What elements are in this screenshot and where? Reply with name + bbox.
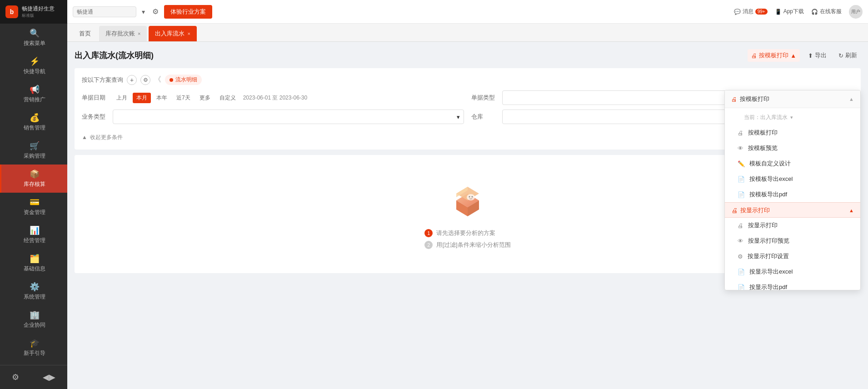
sidebar-item-newbie[interactable]: 🎓 新手引导: [0, 334, 67, 362]
date-opt-this-month[interactable]: 本月: [133, 93, 151, 103]
online-service-action[interactable]: 🎧 在线客服: [811, 8, 842, 15]
sidebar-item-marketing[interactable]: 📢 营销推广: [0, 80, 67, 108]
empty-steps: 1 请先选择要分析的方案 2 用[过滤]条件来缩小分析范围: [424, 227, 510, 251]
svg-point-5: [467, 194, 475, 200]
message-action[interactable]: 💬 消息 99+: [734, 8, 768, 15]
filter-add-button[interactable]: +: [127, 75, 137, 85]
display-printer-icon: 🖨: [738, 222, 743, 229]
dropdown-item-template-export-excel[interactable]: 📄 按模板导出excel: [725, 171, 860, 187]
display-print-section-header[interactable]: 🖨 按显示打印 ▲: [725, 202, 860, 218]
template-print-label: 按模板打印: [759, 51, 788, 60]
dropdown-item-display-print[interactable]: 🖨 按显示打印: [725, 218, 860, 233]
step-num-1: 1: [424, 229, 433, 237]
dropdown-item-display-export-excel[interactable]: 📄 按显示导出excel: [725, 264, 860, 279]
tab-close-inventory-batch[interactable]: ×: [138, 31, 140, 36]
tab-close-inout-flow[interactable]: ×: [187, 31, 190, 36]
display-excel-icon: 📄: [738, 269, 745, 275]
page-title-bar: 出入库流水(流水明细) 🖨 按模板打印 ▲ ⬆ 导出 ↻ 刷新: [75, 49, 861, 62]
sidebar-item-label: 系统管理: [24, 293, 45, 301]
settings-icon[interactable]: ⚙: [10, 370, 21, 384]
tab-bar: 首页 库存批次账 × 出入库流水 ×: [67, 24, 868, 42]
message-badge: 99+: [755, 9, 768, 15]
date-opt-7days[interactable]: 近7天: [173, 93, 194, 103]
tab-home[interactable]: 首页: [73, 26, 97, 41]
dropdown-item-template-preview[interactable]: 👁 按模板预览: [725, 140, 860, 156]
chevron-up-icon: ▲: [82, 134, 87, 140]
dropdown-item-display-print-settings[interactable]: ⚙ 按显示打印设置: [725, 249, 860, 264]
printer-icon: 🖨: [731, 96, 737, 103]
finance-icon: 💳: [30, 197, 40, 207]
sidebar-item-corp[interactable]: 🏢 企业协同: [0, 305, 67, 334]
app-download-action[interactable]: 📱 App下载: [775, 8, 804, 15]
sidebar-item-inventory[interactable]: 📦 库存核算: [0, 165, 67, 193]
collapse-label: 收起更多条件: [90, 134, 123, 141]
sidebar-item-finance[interactable]: 💳 资金管理: [0, 193, 67, 221]
filter-settings-button[interactable]: ⚙: [140, 75, 150, 85]
sidebar-item-label: 采购管理: [24, 152, 45, 160]
template-print-dropdown: 🖨 按模板打印 ▲ 按模板打印 当前：出入库流水 ▾ 🖨 按模板打印: [724, 90, 861, 290]
date-opt-last-month[interactable]: 上月: [113, 93, 131, 103]
dropdown-title: 按模板打印: [740, 95, 769, 103]
export-btn[interactable]: ⬆ 导出: [804, 49, 830, 62]
sidebar-item-label: 企业协同: [24, 321, 45, 329]
date-opt-more[interactable]: 更多: [196, 93, 214, 103]
sidebar-item-operations[interactable]: 📊 经营管理: [0, 221, 67, 249]
display-eye-icon: 👁: [738, 238, 743, 244]
sidebar-item-purchase[interactable]: 🛒 采购管理: [0, 136, 67, 165]
dropdown-item-display-preview[interactable]: 👁 按显示打印预览: [725, 233, 860, 249]
date-options: 上月 本月 本年 近7天 更多 自定义: [113, 93, 239, 103]
display-print-collapse-arrow[interactable]: ▲: [849, 208, 854, 213]
chevron-up-icon: ▲: [790, 52, 796, 59]
refresh-btn[interactable]: ↻ 刷新: [835, 49, 861, 62]
warehouse-label: 仓库: [471, 113, 499, 121]
sidebar-logo: b 畅捷通好生意 标准版: [0, 0, 67, 24]
sidebar-item-quick-nav[interactable]: ⚡ 快捷导航: [0, 52, 67, 80]
edit-icon: ✏️: [738, 160, 745, 167]
collapse-menu-icon[interactable]: ◀▶: [40, 370, 58, 384]
dropdown-item-template-custom[interactable]: ✏️ 模板自定义设计: [725, 156, 860, 171]
filter-collapse-icon[interactable]: 《: [154, 75, 161, 85]
filter-chip: 流水明细: [165, 75, 202, 85]
operations-icon: 📊: [30, 225, 40, 235]
sidebar-item-base[interactable]: 🗂️ 基础信息: [0, 249, 67, 277]
excel-icon: 📄: [738, 176, 745, 183]
refresh-icon: ↻: [838, 52, 843, 59]
step1-label: 请先选择要分析的方案: [436, 227, 495, 239]
collapse-button[interactable]: ▲ 收起更多条件: [82, 131, 123, 141]
sidebar-item-app-center[interactable]: 📱 应用中心: [0, 362, 67, 365]
current-expand-arrow[interactable]: ▾: [790, 115, 793, 120]
main-area: ▾ ⚙ 体验行业方案 💬 消息 99+ 📱 App下载 🎧 在线客服 用户 首页: [67, 0, 868, 389]
tab-inout-flow-label: 出入库流水: [155, 30, 185, 38]
filter-header: 按以下方案查询 + ⚙ 《 流水明细: [82, 75, 853, 85]
empty-step-2: 2 用[过滤]条件来缩小分析范围: [424, 239, 510, 251]
date-opt-this-year[interactable]: 本年: [153, 93, 171, 103]
dropdown-item-display-export-pdf[interactable]: 📄 按显示导出pdf: [725, 279, 860, 290]
sidebar-scroll: 🔍 搜索菜单 ⚡ 快捷导航 📢 营销推广 💰 销售管理 🛒 采购管理 📦 库存核…: [0, 24, 67, 365]
template-print-btn[interactable]: 🖨 按模板打印 ▲: [748, 49, 800, 62]
tab-inout-flow[interactable]: 出入库流水 ×: [149, 26, 196, 41]
sidebar-item-sales[interactable]: 💰 销售管理: [0, 108, 67, 136]
date-opt-custom[interactable]: 自定义: [216, 93, 239, 103]
breadcrumb-input[interactable]: [73, 6, 136, 17]
sidebar-item-label: 搜索菜单: [24, 40, 45, 47]
header-dropdown-icon[interactable]: ▾: [140, 6, 147, 17]
message-icon: 💬: [734, 9, 741, 15]
display-pdf-icon: 📄: [738, 284, 745, 290]
page-actions: 🖨 按模板打印 ▲ ⬆ 导出 ↻ 刷新 × ⛶: [748, 49, 861, 62]
dropdown-item-template-export-pdf[interactable]: 📄 按模板导出pdf: [725, 187, 860, 202]
dropdown-expand-arrow[interactable]: ▲: [849, 96, 854, 102]
dropdown-item-template-print[interactable]: 🖨 按模板打印: [725, 125, 860, 140]
header-right: 💬 消息 99+ 📱 App下载 🎧 在线客服 用户: [734, 5, 863, 19]
display-settings-icon: ⚙: [738, 253, 743, 260]
sidebar-item-label: 库存核算: [24, 180, 45, 188]
header-gear-icon[interactable]: ⚙: [150, 5, 160, 18]
inventory-icon: 📦: [30, 169, 40, 179]
user-avatar[interactable]: 用户: [849, 5, 863, 19]
tab-inventory-batch[interactable]: 库存批次账 ×: [99, 26, 147, 41]
sidebar-item-search[interactable]: 🔍 搜索菜单: [0, 24, 67, 52]
trial-button[interactable]: 体验行业方案: [164, 5, 212, 19]
pdf-icon: 📄: [738, 191, 745, 198]
display-print-header-icon: 🖨: [731, 207, 738, 214]
biz-type-select[interactable]: ▾: [113, 110, 464, 124]
sidebar-item-system[interactable]: ⚙️ 系统管理: [0, 277, 67, 305]
